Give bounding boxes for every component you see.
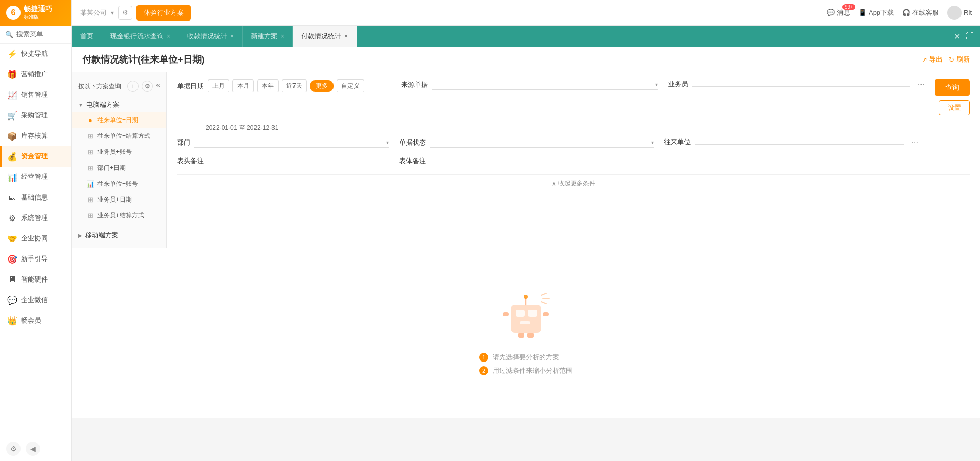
source-doc-filter: 来源单据 ▾ (401, 79, 658, 90)
sidebar-item-inventory[interactable]: 📦 库存核算 (0, 126, 71, 146)
date-btn-custom[interactable]: 自定义 (337, 79, 364, 92)
empty-state: 1 请先选择要分析的方案 2 用过滤条件来缩小分析范围 (72, 248, 980, 418)
search-menu-item[interactable]: 🔍 搜索菜单 (0, 26, 71, 44)
scheme-settings-btn[interactable]: ⚙ (142, 81, 153, 92)
online-service-btn[interactable]: 🎧 在线客服 (902, 8, 939, 17)
collapse-more-btn[interactable]: ∧ 收起更多条件 (177, 174, 970, 192)
footer-collapse-btn[interactable]: ◀ (26, 442, 40, 456)
scheme-icon: 📊 (86, 180, 94, 188)
sidebar-item-marketing[interactable]: 🎁 营销推广 (0, 64, 71, 85)
salesperson-ellipsis[interactable]: ··· (918, 79, 925, 89)
export-btn[interactable]: ↗ 导出 (922, 55, 943, 64)
scheme-item-partner-settle[interactable]: ⊞ 往来单位+结算方式 (72, 128, 166, 144)
filter-settings-btn[interactable]: 设置 (939, 100, 970, 115)
tab-payment-stat[interactable]: 收款情况统计 × (179, 26, 243, 47)
scheme-item-partner-date[interactable]: ● 往来单位+日期 (72, 112, 166, 128)
basic-icon: 🗂 (8, 193, 17, 202)
scheme-icon: ⊞ (86, 148, 94, 156)
sidebar-item-system[interactable]: ⚙ 系统管理 (0, 208, 71, 228)
scheme-item-staff-settle[interactable]: ⊞ 业务员+结算方式 (72, 208, 166, 224)
scheme-item-dept-date[interactable]: ⊞ 部门+日期 (72, 160, 166, 176)
sidebar-item-sales[interactable]: 📈 销售管理 (0, 85, 71, 105)
sidebar-item-purchase[interactable]: 🛒 采购管理 (0, 105, 71, 126)
sidebar-item-enterprise[interactable]: 🤝 企业协同 (0, 228, 71, 249)
sidebar-item-capital[interactable]: 💰 资金管理 (0, 146, 71, 167)
sidebar-item-hardware[interactable]: 🖥 智能硬件 (0, 269, 71, 290)
company-dropdown-icon[interactable]: ▾ (111, 9, 114, 16)
date-btn-more[interactable]: 更多 (310, 80, 334, 92)
scheme-item-staff-date[interactable]: ⊞ 业务员+日期 (72, 192, 166, 208)
footer-settings-btn[interactable]: ⚙ (6, 442, 21, 456)
filter-row-3: 表头备注 表体备注 (177, 155, 970, 167)
tab-payment-stat-close[interactable]: × (230, 33, 234, 40)
svg-rect-5 (543, 312, 549, 316)
refresh-btn[interactable]: ↻ 刷新 (949, 55, 970, 64)
scheme-active-icon: ● (86, 116, 94, 125)
salesperson-select[interactable] (692, 82, 910, 87)
tab-new-scheme[interactable]: 新建方案 × (243, 26, 293, 47)
sidebar-item-label: 系统管理 (21, 213, 48, 223)
scheme-item-partner-account[interactable]: 📊 往来单位+账号 (72, 176, 166, 192)
sidebar-item-label: 销售管理 (21, 90, 48, 99)
sidebar-item-basic[interactable]: 🗂 基础信息 (0, 187, 71, 208)
body-note-input[interactable] (430, 155, 654, 167)
header-note-input[interactable] (208, 155, 389, 167)
filter-row-2: 部门 ▾ 单据状态 ▾ 往来单位 (177, 137, 970, 148)
date-range-value: 2022-01-01 至 2022-12-31 (206, 124, 278, 132)
date-btn-this-year[interactable]: 本年 (257, 79, 279, 92)
mobile-scheme-group-title[interactable]: ▶ 移动端方案 (72, 228, 166, 243)
tab-payment-out-stat-label: 付款情况统计 (301, 32, 341, 41)
tab-new-scheme-close[interactable]: × (281, 33, 284, 40)
sidebar-item-quick-nav[interactable]: ⚡ 快捷导航 (0, 44, 71, 64)
tab-cashflow-close[interactable]: × (167, 33, 170, 40)
topbar-right: 💬 消息 99+ 📱 App下载 🎧 在线客服 Rit (827, 6, 972, 20)
query-btn[interactable]: 查询 (935, 79, 970, 96)
sidebar-item-label: 库存核算 (21, 131, 48, 141)
svg-rect-4 (503, 312, 509, 316)
partner-ellipsis[interactable]: ··· (912, 137, 918, 147)
avatar (947, 6, 962, 20)
sidebar-item-label: 基础信息 (21, 193, 48, 202)
tab-cashflow[interactable]: 现金银行流水查询 × (102, 26, 179, 47)
tab-payment-out-stat-close[interactable]: × (344, 33, 348, 40)
dept-filter: 部门 ▾ (177, 137, 389, 148)
scheme-panel-actions: + ⚙ « (127, 81, 160, 92)
scheme-item-label: 往来单位+日期 (97, 116, 138, 125)
dept-select[interactable]: ▾ (194, 137, 389, 148)
sidebar-item-weixin[interactable]: 💬 企业微信 (0, 290, 71, 310)
user-area[interactable]: Rit (947, 6, 972, 20)
hint-text-1: 请先选择要分析的方案 (493, 351, 559, 364)
date-btn-this-month[interactable]: 本月 (232, 79, 254, 92)
scheme-panel-collapse-btn[interactable]: « (156, 81, 160, 92)
scheme-item-label: 往来单位+结算方式 (97, 132, 150, 141)
desktop-scheme-group-title[interactable]: ▼ 电脑端方案 (72, 97, 166, 112)
fullscreen-btn[interactable]: ⛶ (966, 32, 974, 41)
sidebar-item-operations[interactable]: 📊 经营管理 (0, 167, 71, 187)
sidebar-item-member[interactable]: 👑 畅会员 (0, 310, 71, 331)
trial-btn[interactable]: 体验行业方案 (136, 5, 191, 21)
tabbar: 首页 现金银行流水查询 × 收款情况统计 × 新建方案 × 付款情况统计 × ✕… (72, 26, 980, 47)
date-btn-7days[interactable]: 近7天 (282, 79, 307, 92)
page-header: 付款情况统计(往来单位+日期) ↗ 导出 ↻ 刷新 (72, 47, 980, 72)
empty-illustration (500, 289, 552, 340)
tab-payment-out-stat[interactable]: 付款情况统计 × (293, 26, 357, 47)
scheme-icon: ⊞ (86, 132, 94, 141)
app-download-btn[interactable]: 📱 App下载 (858, 8, 894, 17)
operations-icon: 📊 (8, 172, 17, 182)
topbar-settings-btn[interactable]: ⚙ (118, 6, 132, 20)
add-scheme-btn[interactable]: + (127, 81, 139, 92)
tab-home[interactable]: 首页 (72, 26, 102, 47)
close-all-btn[interactable]: ✕ (954, 32, 961, 42)
partner-filter: 往来单位 ··· (664, 137, 918, 147)
scheme-panel-header: 按以下方案查询 + ⚙ « (72, 77, 166, 97)
scheme-item-staff-account[interactable]: ⊞ 业务员+账号 (72, 144, 166, 160)
doc-status-select[interactable]: ▾ (430, 137, 654, 148)
message-btn[interactable]: 💬 消息 99+ (827, 8, 850, 17)
partner-select[interactable] (695, 140, 904, 145)
sidebar-item-guide[interactable]: 🎯 新手引导 (0, 249, 71, 269)
date-btn-last-month[interactable]: 上月 (208, 79, 229, 92)
sidebar-item-label: 快捷导航 (21, 49, 48, 58)
source-doc-select[interactable]: ▾ (432, 79, 658, 90)
date-label: 单据日期 (177, 82, 204, 91)
page-content: 付款情况统计(往来单位+日期) ↗ 导出 ↻ 刷新 按以下方案查询 + (72, 47, 980, 461)
